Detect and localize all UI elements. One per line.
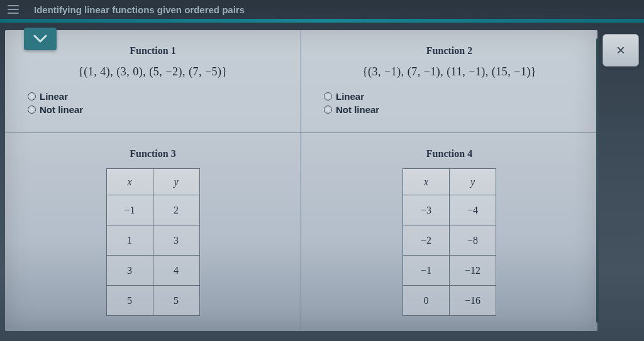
function1-options: Linear Not linear: [24, 91, 282, 115]
table-row: −1 2: [106, 195, 199, 225]
cell-x: 5: [106, 286, 153, 316]
cell-y: −12: [450, 256, 496, 286]
option-label: Linear: [40, 91, 68, 102]
function2-notlinear-option[interactable]: Not linear: [324, 104, 579, 115]
table-row: 5 5: [106, 286, 199, 316]
cell-x: 3: [106, 256, 153, 286]
function2-linear-option[interactable]: Linear: [324, 91, 579, 102]
cell-y: −8: [450, 225, 496, 256]
close-button[interactable]: ×: [602, 34, 639, 67]
function1-cell: Function 1 {(1, 4), (3, 0), (5, −2), (7,…: [5, 30, 301, 133]
table-row: 0 −16: [403, 286, 496, 316]
close-icon: ×: [616, 41, 625, 59]
function3-title: Function 3: [24, 148, 282, 160]
function2-options: Linear Not linear: [320, 91, 579, 115]
cell-x: −2: [403, 225, 450, 256]
function3-table: x y −1 2 1 3 3 4: [106, 168, 200, 316]
col-header-x: x: [403, 169, 450, 195]
table-row: 3 4: [106, 256, 199, 286]
col-header-y: y: [450, 169, 496, 195]
col-header-y: y: [153, 169, 199, 195]
function1-set: {(1, 4), (3, 0), (5, −2), (7, −5)}: [24, 65, 282, 78]
function1-title: Function 1: [24, 45, 282, 57]
cell-y: 4: [153, 256, 199, 286]
cell-x: −1: [403, 256, 450, 286]
function2-title: Function 2: [320, 45, 579, 57]
header-bar: Identifying linear functions given order…: [0, 0, 644, 19]
cell-y: 3: [153, 225, 199, 256]
table-row: 1 3: [106, 225, 199, 256]
function4-title: Function 4: [320, 148, 579, 160]
table-row: −3 −4: [403, 195, 496, 225]
cell-x: −3: [403, 195, 450, 225]
option-label: Not linear: [40, 104, 83, 115]
cell-x: 0: [403, 286, 450, 316]
function2-cell: Function 2 {(3, −1), (7, −1), (11, −1), …: [301, 30, 597, 133]
cell-y: 5: [153, 286, 199, 316]
option-label: Not linear: [336, 104, 379, 115]
function4-cell: Function 4 x y −3 −4 −2 −8 −1: [301, 133, 597, 331]
function3-cell: Function 3 x y −1 2 1 3 3: [5, 133, 301, 331]
table-row: −1 −12: [403, 256, 496, 286]
function1-notlinear-option[interactable]: Not linear: [28, 104, 282, 115]
cell-y: −16: [450, 286, 496, 316]
cell-y: −4: [450, 195, 496, 225]
option-label: Linear: [336, 91, 364, 102]
function4-table: x y −3 −4 −2 −8 −1 −12: [402, 168, 496, 316]
worksheet: Function 1 {(1, 4), (3, 0), (5, −2), (7,…: [5, 30, 597, 331]
radio-icon: [28, 92, 36, 100]
cell-x: 1: [106, 225, 153, 256]
cell-y: 2: [153, 195, 199, 225]
col-header-x: x: [106, 169, 153, 195]
cell-x: −1: [106, 195, 153, 225]
table-row: −2 −8: [403, 225, 496, 256]
radio-icon: [28, 106, 36, 114]
function2-set: {(3, −1), (7, −1), (11, −1), (15, −1)}: [320, 65, 579, 78]
function1-linear-option[interactable]: Linear: [28, 91, 282, 102]
page-title: Identifying linear functions given order…: [34, 4, 245, 15]
menu-icon[interactable]: [8, 5, 19, 14]
radio-icon: [324, 106, 332, 114]
radio-icon: [324, 92, 332, 100]
vertical-divider: [596, 38, 599, 323]
